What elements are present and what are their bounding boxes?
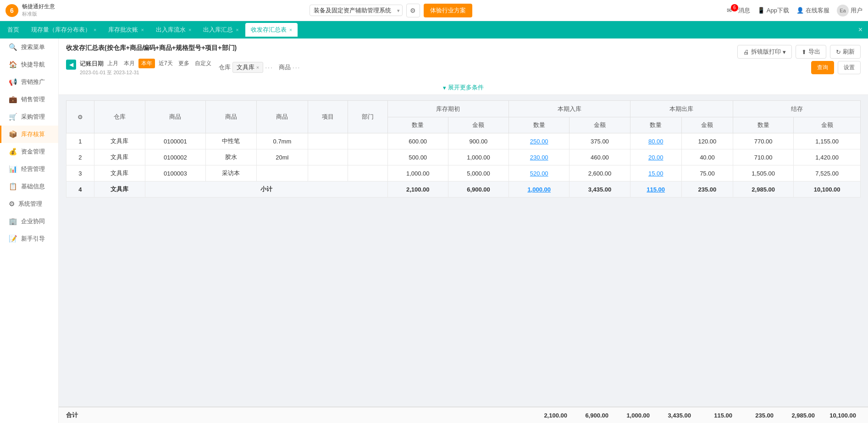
expand-more-label: 展开更多条件: [448, 83, 484, 92]
tab-home-label: 首页: [7, 26, 19, 34]
print-label: 拆镜版打印: [751, 48, 781, 56]
product-label: 商品: [279, 63, 291, 71]
tab-inventory-dist[interactable]: 现存量（库存分布表） ×: [26, 23, 102, 37]
subtotal-open-amt: 6,900.00: [448, 181, 509, 198]
export-button[interactable]: ⬆ 导出: [796, 45, 826, 59]
col-product-code-header: 商品: [145, 101, 205, 133]
cell-project: [308, 133, 348, 149]
sidebar-item-operations[interactable]: 📊 经营管理: [0, 160, 58, 178]
warehouse-value: 文具库: [237, 63, 254, 71]
tab-in-out-flow-close[interactable]: ×: [188, 27, 191, 33]
sidebar-item-quick-nav[interactable]: 🏠 快捷导航: [0, 56, 58, 73]
tab-recv-send-close[interactable]: ×: [289, 27, 292, 33]
guide-icon: 📝: [9, 235, 17, 243]
sidebar-item-finance[interactable]: 💰 资金管理: [0, 143, 58, 160]
warehouse-filter: 仓库 文具库 × ···: [219, 62, 273, 73]
subtotal-bal-qty: 2,985.00: [733, 181, 794, 198]
operations-icon: 📊: [9, 165, 17, 173]
system-select-wrap[interactable]: 装备及固定资产辅助管理系统: [310, 5, 403, 16]
sidebar: 🔍 搜索菜单 🏠 快捷导航 📢 营销推广 💼 销售管理 🛒 采购管理 📦 库存核…: [0, 38, 59, 423]
query-button[interactable]: 查询: [811, 61, 834, 74]
col-project-header: 项目: [308, 101, 348, 133]
cell-in-qty[interactable]: 230.00: [509, 149, 569, 165]
date-btn-last-month[interactable]: 上月: [105, 59, 120, 68]
tab-in-out-summary-close[interactable]: ×: [236, 27, 238, 33]
date-btn-this-month[interactable]: 本月: [122, 59, 137, 68]
footer-out-amt: 235.00: [737, 412, 778, 419]
cell-dept: [348, 149, 387, 165]
sidebar-item-sales[interactable]: 💼 销售管理: [0, 91, 58, 108]
sidebar-item-enterprise[interactable]: 🏢 企业协同: [0, 213, 58, 230]
inventory-icon: 📦: [9, 130, 17, 138]
messages-item[interactable]: ✉ 6 消息: [727, 6, 750, 15]
expand-more[interactable]: ▾ 展开更多条件: [66, 81, 861, 94]
tab-recv-send[interactable]: 收发存汇总表 ×: [245, 23, 298, 37]
sidebar-item-inventory[interactable]: 📦 库存核算: [0, 126, 58, 143]
footer-out-qty: 115.00: [696, 412, 737, 419]
settings-button[interactable]: ⚙: [406, 4, 420, 17]
sidebar-item-system[interactable]: ⚙ 系统管理: [0, 195, 58, 213]
sidebar-item-purchase[interactable]: 🛒 采购管理: [0, 108, 58, 126]
refresh-label: 刷新: [843, 48, 855, 56]
cell-in-qty[interactable]: 250.00: [509, 133, 569, 149]
date-btn-more[interactable]: 更多: [177, 59, 191, 68]
print-button[interactable]: 🖨 拆镜版打印 ▾: [737, 45, 792, 59]
sidebar-item-guide[interactable]: 📝 新手引导: [0, 230, 58, 247]
col-balance-header: 结存: [733, 101, 861, 117]
product-filter: 商品 ···: [279, 63, 301, 71]
tab-home[interactable]: 首页: [2, 23, 25, 37]
sidebar-item-inventory-label: 库存核算: [21, 130, 45, 138]
filter-left: ◀ 记账日期 上月 本月 本年 近7天 更多 自定义 2023-01-01 至 …: [66, 59, 213, 76]
page-settings-button[interactable]: 设置: [838, 61, 861, 74]
cell-out-qty[interactable]: 20.00: [630, 149, 681, 165]
warehouse-label: 仓库: [219, 63, 231, 71]
warehouse-remove[interactable]: ×: [256, 65, 259, 70]
date-btn-this-year[interactable]: 本年: [138, 59, 155, 68]
cell-product-name: 胶水: [206, 149, 257, 165]
tab-batch[interactable]: 库存批次账 ×: [103, 23, 149, 37]
footer-bal-amt: 10,100.00: [819, 412, 861, 419]
sidebar-item-marketing[interactable]: 📢 营销推广: [0, 73, 58, 91]
logo-text-block: 畅捷通好生意 标准版: [22, 3, 55, 17]
subtotal-open-qty: 2,100.00: [387, 181, 448, 198]
col-out-qty-header: 数量: [630, 117, 681, 133]
sidebar-item-search[interactable]: 🔍 搜索菜单: [0, 38, 58, 56]
product-more[interactable]: ···: [293, 64, 301, 71]
cell-product-code: 0100001: [145, 133, 205, 149]
cell-no: 2: [66, 149, 94, 165]
footer-in-amt: 3,435.00: [654, 412, 696, 419]
print-chevron: ▾: [783, 49, 786, 55]
col-settings-header[interactable]: ⚙: [66, 101, 94, 133]
top-header: 6 畅捷通好生意 标准版 装备及固定资产辅助管理系统 ⚙ 体验行业方案 ✉ 6 …: [0, 0, 868, 21]
collapse-button[interactable]: ◀: [66, 60, 76, 70]
tab-batch-close[interactable]: ×: [141, 27, 144, 33]
date-btn-custom[interactable]: 自定义: [193, 59, 213, 68]
cell-open-amt: 5,000.00: [448, 165, 509, 181]
sidebar-item-basic-info[interactable]: 📋 基础信息: [0, 178, 58, 195]
basic-info-icon: 📋: [9, 182, 17, 191]
system-select[interactable]: 装备及固定资产辅助管理系统: [310, 5, 403, 16]
cell-out-qty[interactable]: 80.00: [630, 133, 681, 149]
warehouse-more[interactable]: ···: [265, 64, 273, 71]
user-item[interactable]: Ea 用户: [837, 5, 862, 16]
date-btn-7days[interactable]: 近7天: [157, 59, 175, 68]
cell-warehouse: 文具库: [94, 133, 145, 149]
online-service-item[interactable]: 👤 在线客服: [796, 6, 829, 15]
tab-in-out-flow[interactable]: 出入库流水 ×: [150, 23, 197, 37]
cell-out-amt: 40.00: [681, 149, 733, 165]
app-download-item[interactable]: 📱 App下载: [757, 6, 789, 15]
cell-no: 3: [66, 165, 94, 181]
tab-in-out-summary[interactable]: 出入库汇总 ×: [198, 23, 244, 37]
cell-in-qty[interactable]: 520.00: [509, 165, 569, 181]
sidebar-item-quick-nav-label: 快捷导航: [21, 60, 45, 69]
col-dept-header: 部门: [348, 101, 387, 133]
date-range: 2023-01-01 至 2023-12-31: [80, 69, 213, 76]
cell-out-qty[interactable]: 15.00: [630, 165, 681, 181]
refresh-button[interactable]: ↻ 刷新: [830, 45, 861, 59]
enterprise-icon: 🏢: [9, 217, 17, 225]
window-close-button[interactable]: ×: [855, 26, 866, 34]
cell-in-amt: 375.00: [569, 133, 630, 149]
tab-inventory-dist-close[interactable]: ×: [94, 27, 96, 33]
trial-button[interactable]: 体验行业方案: [424, 4, 472, 17]
cell-open-qty: 600.00: [387, 133, 448, 149]
